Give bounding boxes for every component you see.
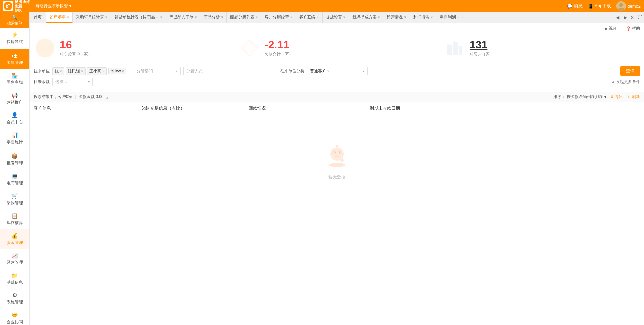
user-menu[interactable]: demo2 bbox=[616, 1, 641, 11]
page-actions-divider: | bbox=[621, 26, 622, 31]
tab-product-analysis-list[interactable]: 商品分析列表 × bbox=[227, 12, 261, 23]
filter-tag-chen-close[interactable]: × bbox=[81, 69, 83, 73]
result-summary: 搜索结果中，客户0家 bbox=[34, 94, 72, 100]
filter-tag-qiu[interactable]: 仇 × bbox=[52, 67, 64, 75]
svg-point-24 bbox=[341, 158, 343, 160]
message-btn[interactable]: 💬 消息 bbox=[567, 3, 583, 9]
filter-tag-cjttcw[interactable]: cjttcw × bbox=[108, 68, 126, 74]
tab-customer-contact-label: 客户联络 bbox=[299, 14, 315, 20]
tab-customer-account-close[interactable]: × bbox=[67, 15, 69, 19]
sidebar-item-retail-mgmt[interactable]: 🛍 零售管理 bbox=[0, 49, 29, 69]
tab-promote-settings-close[interactable]: × bbox=[343, 15, 345, 19]
refresh-btn[interactable]: ↻ 刷新 bbox=[627, 94, 640, 100]
filter-tag-wang[interactable]: 王小亮 × bbox=[87, 67, 107, 75]
col-debt-info: 欠款交易信息（占比） bbox=[141, 105, 249, 111]
filter-tag-wang-close[interactable]: × bbox=[102, 69, 104, 73]
stat-credit-customers-number: 16 bbox=[60, 39, 92, 50]
tab-promote-settings-label: 提成设置 bbox=[326, 14, 342, 20]
sidebar-item-member[interactable]: 👤 会员中心 bbox=[0, 109, 29, 129]
sidebar-item-quick-nav[interactable]: ⚡ 快捷导航 bbox=[0, 28, 29, 48]
tab-bar: 首页 客户账本 × 采购订单统计表 × 进货单统计表（按商品） × 产成品入库单… bbox=[30, 12, 644, 23]
tab-next-btn[interactable]: ▶ bbox=[621, 12, 629, 23]
tab-home[interactable]: 首页 bbox=[30, 12, 46, 23]
tab-purchase-order-stat-close[interactable]: × bbox=[105, 15, 108, 19]
sidebar-item-purchase[interactable]: 🛒 采购管理 bbox=[0, 189, 29, 209]
query-button[interactable]: 查询 bbox=[620, 66, 640, 76]
tab-customer-layer-close[interactable]: × bbox=[290, 15, 292, 19]
filter-category-close[interactable]: × bbox=[327, 69, 329, 73]
help-btn[interactable]: ❓ 帮助 bbox=[626, 26, 640, 31]
video-btn[interactable]: ▶ 视频 bbox=[605, 26, 617, 31]
tab-product-in-label: 产成品入库单 bbox=[169, 14, 194, 20]
collapse-btn[interactable]: ∧ 收起更多条件 bbox=[612, 79, 640, 85]
tab-new-promote-close[interactable]: × bbox=[378, 15, 380, 19]
filter-area: 往来单位 仇 × 陈民强 × 王小亮 bbox=[30, 63, 644, 92]
sidebar-item-retail-mall[interactable]: 🏪 零售商城 bbox=[0, 69, 29, 89]
collapse-up-icon: ∧ bbox=[612, 80, 615, 84]
tab-product-in[interactable]: 产成品入库单 × bbox=[166, 12, 201, 23]
tab-business-status-close[interactable]: × bbox=[404, 15, 406, 19]
tab-product-analysis-list-close[interactable]: × bbox=[256, 15, 258, 19]
filter-manager-select[interactable]: 分管人员 ··· bbox=[183, 67, 277, 75]
tab-product-in-close[interactable]: × bbox=[195, 15, 197, 19]
sidebar-item-marketing[interactable]: 📢 营销推广 bbox=[0, 89, 29, 109]
tab-product-analysis-close[interactable]: × bbox=[221, 15, 223, 19]
export-btn[interactable]: ⬇ 导出 bbox=[610, 94, 623, 100]
tab-profit-report-close[interactable]: × bbox=[431, 15, 433, 19]
basic-icon: 📁 bbox=[11, 272, 18, 279]
account-selector[interactable]: 母婴行业演示帐套 ▾ bbox=[36, 3, 71, 9]
tab-fullscreen-btn[interactable]: ⛶ bbox=[636, 12, 644, 23]
filter-tag-chen[interactable]: 陈民强 × bbox=[66, 67, 85, 75]
logo-icon: 好 bbox=[3, 1, 13, 11]
filter-tag-qiu-close[interactable]: × bbox=[60, 69, 62, 73]
tab-purchase-order-stat[interactable]: 采购订单统计表 × bbox=[73, 12, 111, 23]
top-bar: 好 畅捷通好生意 标版 母婴行业演示帐套 ▾ 💬 消息 📱 App下载 bbox=[0, 0, 644, 12]
sidebar-quick-nav-label: 快捷导航 bbox=[7, 39, 23, 45]
sidebar-ecommerce-label: 电商管理 bbox=[7, 180, 23, 186]
sidebar-marketing-label: 营销推广 bbox=[7, 100, 23, 105]
stat-total-customers-label: 总客户（家） bbox=[470, 51, 494, 57]
tab-business-status[interactable]: 经营情况 × bbox=[383, 12, 410, 23]
filter-balance-select[interactable]: 选择... ▾ bbox=[52, 78, 93, 86]
sidebar-inventory-label: 库存核算 bbox=[7, 220, 23, 226]
tab-prev-btn[interactable]: ◀ bbox=[614, 12, 621, 23]
sidebar-item-ecommerce[interactable]: 💻 电商管理 bbox=[0, 170, 29, 189]
filter-tag-cjttcw-close[interactable]: × bbox=[122, 69, 124, 73]
tab-customer-layer[interactable]: 客户分层经营 × bbox=[261, 12, 296, 23]
svg-point-21 bbox=[340, 153, 343, 155]
app-download-label: App下载 bbox=[595, 3, 611, 9]
collapse-btn-wrapper: ∧ 收起更多条件 bbox=[612, 79, 640, 85]
retail-mall-icon: 🏪 bbox=[11, 72, 18, 79]
tab-retail-profit-close[interactable]: × bbox=[461, 15, 463, 19]
filter-more-tags[interactable]: ... bbox=[128, 69, 131, 73]
filter-category-select[interactable]: 普通客户 × ▾ bbox=[307, 67, 368, 75]
sidebar-item-basic[interactable]: 📁 基础信息 bbox=[0, 269, 29, 289]
sidebar-item-retail-stat[interactable]: 📊 零售统计 bbox=[0, 129, 29, 148]
filter-manager-more[interactable]: ··· bbox=[205, 69, 209, 73]
tab-product-analysis[interactable]: 商品分析 × bbox=[200, 12, 227, 23]
tab-customer-contact[interactable]: 客户联络 × bbox=[296, 12, 323, 23]
tab-customer-account[interactable]: 客户账本 × bbox=[46, 12, 73, 23]
tab-profit-report[interactable]: 利润报告 × bbox=[410, 12, 436, 23]
sidebar-item-wholesale[interactable]: 📦 批发管理 bbox=[0, 150, 29, 170]
stat-credit-customers-label: 总欠款客户（家） bbox=[60, 51, 92, 57]
sidebar-item-enterprise[interactable]: 🤝 企业协同 bbox=[0, 309, 29, 325]
app-download-btn[interactable]: 📱 App下载 bbox=[588, 3, 611, 9]
sidebar-member-label: 会员中心 bbox=[7, 119, 23, 125]
sidebar-search[interactable]: 🔍 搜索菜单 bbox=[0, 12, 29, 28]
tab-new-promote[interactable]: 新增提成方案 × bbox=[349, 12, 384, 23]
sidebar-item-system[interactable]: ⚙ 系统管理 bbox=[0, 289, 29, 309]
tab-purchase-stat-by-product[interactable]: 进货单统计表（按商品） × bbox=[111, 12, 166, 23]
sidebar-item-finance[interactable]: 💰 资金管理 bbox=[0, 229, 29, 249]
sort-select[interactable]: 排序： 按欠款金额倒序排序 ▾ bbox=[553, 94, 606, 100]
filter-dept-select[interactable]: 分管部门 ▾ bbox=[134, 67, 181, 75]
tab-purchase-stat-by-product-close[interactable]: × bbox=[160, 15, 162, 19]
filter-tag-group: 仇 × 陈民强 × 王小亮 × bbox=[52, 67, 131, 75]
tab-retail-profit[interactable]: 零售利润（ × bbox=[436, 12, 467, 23]
collapse-label: 收起更多条件 bbox=[616, 79, 640, 85]
sidebar-item-operation[interactable]: 📈 经营管理 bbox=[0, 249, 29, 269]
tab-customer-contact-close[interactable]: × bbox=[317, 15, 319, 19]
sidebar-item-inventory[interactable]: 📋 库存核算 bbox=[0, 209, 29, 229]
tab-promote-settings[interactable]: 提成设置 × bbox=[323, 12, 349, 23]
tab-close-all-btn[interactable]: ✕ bbox=[629, 12, 636, 23]
